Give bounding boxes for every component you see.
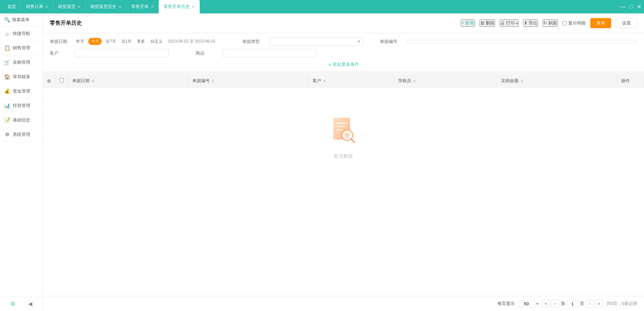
filter-row-date: 单据日期 昨天 今天 近7天 近1月 更多 自定义 2023-06-02 至 2…: [50, 37, 637, 46]
sidebar-item-finance-mgmt[interactable]: 💰 资金管理: [0, 84, 43, 99]
sidebar-footer: ⚙ ◀: [0, 296, 43, 311]
tab-sales-return-history[interactable]: 销货退货历史 ✕: [86, 0, 127, 13]
goods-filter-label: 商品: [196, 50, 216, 56]
main-layout: 🔍 搜索菜单 ⌂ 快捷导航 📋 销售管理 🛒 采购管理 🏠 库存核算 💰 资金管…: [0, 13, 644, 311]
svg-rect-3: [336, 129, 343, 131]
date-range-display: 2023-06-02 至 2023-06-02: [168, 39, 215, 44]
th-customer[interactable]: 客户 ⇅: [308, 74, 394, 88]
svg-rect-1: [336, 122, 347, 124]
sidebar-item-sales-mgmt[interactable]: 📋 销售管理: [0, 41, 43, 55]
delete-button[interactable]: 🗑 删除: [480, 19, 495, 27]
chevron-down-icon: ▾: [516, 21, 518, 25]
page-size-label: 每页显示: [497, 301, 515, 307]
page-size-input[interactable]: [518, 300, 535, 307]
empty-icon: [327, 114, 360, 148]
empty-text: 暂无数据: [334, 153, 353, 159]
collapse-button[interactable]: ∧ 收起更多条件: [328, 61, 359, 67]
first-page-button[interactable]: «: [542, 300, 550, 308]
tab-sales-order[interactable]: 销售订单 ✕: [21, 0, 53, 13]
svg-point-5: [344, 132, 351, 139]
add-button[interactable]: + 新增: [461, 19, 475, 27]
close-icon[interactable]: ✕: [78, 5, 81, 9]
maximize-button[interactable]: □: [630, 4, 633, 10]
close-button[interactable]: ✕: [637, 4, 641, 10]
tab-retail-open-history[interactable]: 零售开单历史 ✕: [159, 0, 200, 13]
th-number[interactable]: 单据编号 ⇅: [188, 74, 308, 88]
page-total: 共0页，0条记录: [606, 301, 637, 307]
tab-home[interactable]: 首页: [3, 0, 21, 13]
svg-rect-2: [336, 126, 345, 127]
sort-icon: ⇅: [521, 79, 523, 83]
prev-page-button[interactable]: ‹: [551, 300, 559, 308]
system-icon: ⚙: [4, 132, 10, 138]
sidebar-item-system-mgmt[interactable]: ⚙ 系统管理: [0, 127, 43, 142]
collapse-sidebar-icon[interactable]: ◀: [28, 301, 32, 307]
date-shortcuts: 昨天 今天 近7天 近1月 更多 自定义 2023-06-02 至 2023-0…: [75, 38, 215, 45]
number-filter-label: 单据编号: [380, 39, 400, 45]
type-filter-select[interactable]: ▾: [269, 37, 363, 46]
shortcut-7days[interactable]: 近7天: [104, 38, 117, 45]
export-button[interactable]: ⬆ 导出: [523, 19, 538, 27]
shortcut-more[interactable]: 更多: [136, 38, 146, 45]
chevron-down-icon: ▾: [358, 39, 360, 44]
svg-rect-7: [345, 134, 349, 135]
page-label: 第: [561, 301, 565, 307]
toolbar: + 新增 🗑 删除 🖨 打印 ▾ ⬆ 导出 ↻ 刷新 显示明细: [461, 18, 637, 33]
show-detail-input[interactable]: [562, 21, 567, 25]
sidebar-item-basic-info[interactable]: 📝 基础信息: [0, 113, 43, 127]
th-settings[interactable]: ⚙: [43, 74, 55, 88]
number-filter-input[interactable]: [407, 40, 637, 43]
sidebar-item-purchase-mgmt[interactable]: 🛒 采购管理: [0, 55, 43, 70]
business-icon: 📊: [4, 103, 10, 109]
page-size-dropdown-icon[interactable]: ▾: [536, 301, 539, 306]
th-date[interactable]: 单据日期 ⇅: [68, 74, 188, 88]
table-header-row: ⚙ 单据日期 ⇅ 单据编号 ⇅: [43, 74, 644, 88]
close-icon[interactable]: ✕: [118, 5, 121, 9]
pagination-bar: 每页显示 ▾ « ‹ 第 页 › » 共0页，0条记录: [43, 296, 644, 311]
sidebar-item-business-mgmt[interactable]: 📊 经营管理: [0, 99, 43, 113]
print-button[interactable]: 🖨 打印 ▾: [500, 19, 518, 27]
sidebar-item-quick-nav[interactable]: ⌂ 快捷导航: [0, 27, 43, 41]
tab-sales-return[interactable]: 销货退货 ✕: [53, 0, 86, 13]
th-checkbox[interactable]: [55, 74, 68, 88]
empty-state: 暂无数据: [43, 88, 644, 186]
sidebar-item-inventory[interactable]: 🏠 库存核算: [0, 70, 43, 84]
customer-filter-input[interactable]: ...: [75, 49, 169, 57]
chevron-up-icon: ∧: [328, 62, 332, 67]
close-icon[interactable]: ✕: [45, 5, 48, 9]
close-icon[interactable]: ✕: [192, 5, 195, 9]
settings-button[interactable]: 设置: [616, 18, 637, 28]
page-unit: 页: [580, 301, 584, 307]
customer-filter-label: 客户: [50, 50, 68, 56]
close-icon[interactable]: ✕: [151, 5, 154, 9]
last-page-button[interactable]: »: [595, 300, 603, 308]
refresh-button[interactable]: ↻ 刷新: [543, 19, 558, 27]
page-number-input[interactable]: [566, 300, 579, 307]
sidebar-search[interactable]: 🔍 搜索菜单: [0, 13, 43, 27]
table-container: ⚙ 单据日期 ⇅ 单据编号 ⇅: [43, 74, 644, 296]
window-controls: — □ ✕: [620, 4, 641, 10]
next-page-button[interactable]: ›: [586, 300, 594, 308]
settings-icon[interactable]: ⚙: [47, 79, 51, 84]
sidebar: 🔍 搜索菜单 ⌂ 快捷导航 📋 销售管理 🛒 采购管理 🏠 库存核算 💰 资金管…: [0, 13, 43, 311]
sort-icon: ⇅: [92, 79, 94, 83]
sort-icon: ⇅: [212, 79, 214, 83]
show-detail-checkbox[interactable]: 显示明细: [562, 20, 586, 26]
finance-icon: 💰: [4, 88, 10, 94]
th-amount[interactable]: 实销金额 ⇅: [497, 74, 617, 88]
minimize-button[interactable]: —: [620, 4, 626, 10]
home-icon: ⌂: [4, 31, 10, 37]
settings-footer-icon[interactable]: ⚙: [10, 301, 15, 307]
shortcut-1month[interactable]: 近1月: [120, 38, 133, 45]
shortcut-custom[interactable]: 自定义: [149, 38, 164, 45]
shortcut-yesterday[interactable]: 昨天: [75, 38, 86, 45]
shortcut-today[interactable]: 今天: [88, 38, 102, 45]
tab-retail-open[interactable]: 零售开单 ✕: [127, 0, 159, 13]
select-all-checkbox[interactable]: [59, 78, 64, 83]
th-guide[interactable]: 导购员 ⇅: [394, 74, 497, 88]
page-size-select: ▾: [518, 300, 539, 307]
th-actions: 操作: [617, 74, 644, 88]
goods-filter-input[interactable]: ...: [222, 49, 316, 57]
query-button[interactable]: 查询: [590, 18, 611, 28]
type-filter-label: 单据类型: [242, 39, 262, 45]
